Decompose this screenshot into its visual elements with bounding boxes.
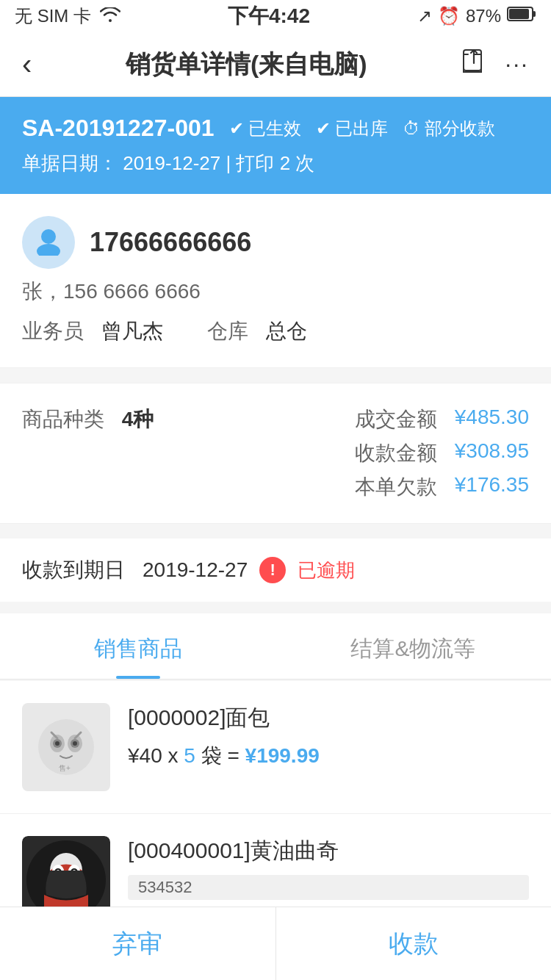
overdue-icon: !	[259, 557, 286, 583]
check-icon-2: ✔	[316, 118, 331, 139]
status-bar-time: 下午4:42	[228, 2, 310, 30]
status-badge-partial: ⏱ 部分收款	[403, 117, 495, 140]
salesperson-field: 业务员 曾凡杰	[22, 317, 163, 345]
bottom-bar: 弃审 收款	[0, 907, 551, 980]
clock-icon: ⏱	[403, 118, 420, 139]
overdue-text: 已逾期	[298, 558, 355, 583]
order-date-line: 单据日期： 2019-12-27 | 打印 2 次	[22, 151, 529, 176]
location-icon: ↗	[417, 6, 432, 26]
product-thumb-placeholder-1: 售+	[22, 703, 110, 791]
back-button[interactable]: ‹	[22, 48, 32, 81]
tab-sales-products[interactable]: 销售商品	[0, 613, 276, 679]
check-icon-1: ✔	[229, 118, 244, 139]
status-bar-right: ↗ ⏰ 87%	[417, 6, 536, 26]
avatar-icon	[32, 223, 65, 262]
price-value-1: ¥40	[128, 744, 162, 767]
tab-settlement-label: 结算&物流等	[350, 636, 475, 660]
more-icon[interactable]: ···	[505, 51, 529, 78]
svg-point-5	[37, 244, 60, 256]
payment-amount: ¥308.95	[455, 439, 529, 467]
status-badge-active: ✔ 已生效	[229, 117, 301, 140]
salesperson-value: 曾凡杰	[101, 320, 163, 342]
wifi-icon	[100, 6, 120, 26]
nav-left: ‹	[22, 48, 32, 81]
due-date-value: 2019-12-27	[143, 558, 248, 582]
product-name-2: [000400001]黄油曲奇	[128, 836, 529, 866]
order-banner: SA-20191227-001 ✔ 已生效 ✔ 已出库 ⏱ 部分收款 单据日期：…	[0, 97, 551, 194]
product-types-field: 商品种类 4种	[22, 406, 154, 433]
tabs-row: 销售商品 结算&物流等	[0, 613, 551, 679]
svg-point-11	[55, 741, 60, 746]
share-icon[interactable]	[461, 48, 487, 80]
salesperson-label: 业务员	[22, 320, 84, 342]
avatar	[22, 216, 75, 269]
customer-id: 17666666666	[90, 227, 251, 258]
battery-icon	[507, 6, 536, 26]
due-date-label: 收款到期日	[22, 556, 125, 584]
svg-text:售+: 售+	[59, 764, 71, 772]
payment-amount-row: 收款金额 ¥308.95	[355, 439, 529, 467]
warehouse-field: 仓库 总仓	[207, 317, 307, 345]
product-info-1: [0000002]面包 ¥40 x 5 袋 = ¥199.99	[128, 703, 529, 770]
product-name-1: [0000002]面包	[128, 703, 529, 733]
svg-point-4	[41, 229, 56, 244]
arrears-label: 本单欠款	[355, 473, 437, 501]
list-item: 售+ [0000002]面包 ¥40 x 5 袋 = ¥199.99	[0, 681, 551, 814]
tabs-section: 销售商品 结算&物流等	[0, 613, 551, 680]
amounts-column: 成交金额 ¥485.30 收款金额 ¥308.95 本单欠款 ¥176.35	[355, 406, 529, 501]
unit-value-1: 袋	[201, 744, 222, 767]
product-sku-2: 534532	[128, 875, 529, 900]
battery-text: 87%	[466, 6, 501, 26]
payment-label: 收款金额	[355, 439, 437, 467]
customer-meta: 业务员 曾凡杰 仓库 总仓	[22, 317, 529, 345]
svg-rect-2	[509, 9, 529, 19]
product-types-label: 商品种类	[22, 408, 104, 430]
total-value-1: ¥199.99	[245, 744, 320, 767]
svg-rect-1	[533, 11, 536, 17]
customer-section: 17666666666 张，156 6666 6666 业务员 曾凡杰 仓库 总…	[0, 194, 551, 368]
alarm-icon: ⏰	[438, 6, 460, 26]
tab-settlement[interactable]: 结算&物流等	[276, 613, 551, 679]
customer-top: 17666666666	[22, 216, 529, 269]
transaction-amount: ¥485.30	[455, 406, 529, 433]
order-banner-top: SA-20191227-001 ✔ 已生效 ✔ 已出库 ⏱ 部分收款	[22, 115, 529, 142]
product-thumb-1: 售+	[22, 703, 110, 791]
due-date-section: 收款到期日 2019-12-27 ! 已逾期	[0, 538, 551, 602]
warehouse-label: 仓库	[207, 320, 248, 342]
arrears-amount-row: 本单欠款 ¥176.35	[355, 473, 529, 501]
summary-section: 商品种类 4种 成交金额 ¥485.30 收款金额 ¥308.95 本单欠款 ¥…	[0, 383, 551, 524]
product-price-1: ¥40 x 5 袋 = ¥199.99	[128, 742, 529, 770]
transaction-amount-row: 成交金额 ¥485.30	[355, 406, 529, 433]
nav-bar: ‹ 销货单详情(来自电脑) ···	[0, 32, 551, 97]
status-bar: 无 SIM 卡 下午4:42 ↗ ⏰ 87%	[0, 0, 551, 32]
status-badge-shipped: ✔ 已出库	[316, 117, 388, 140]
svg-point-12	[73, 741, 77, 746]
svg-rect-3	[464, 50, 481, 71]
carrier-text: 无 SIM 卡	[15, 4, 91, 28]
order-number: SA-20191227-001	[22, 115, 215, 142]
warehouse-value: 总仓	[266, 320, 307, 342]
arrears-amount: ¥176.35	[455, 473, 529, 501]
confirm-button[interactable]: 收款	[276, 907, 552, 980]
status-bar-left: 无 SIM 卡	[15, 4, 120, 28]
transaction-label: 成交金额	[355, 406, 437, 433]
customer-contact: 张，156 6666 6666	[22, 278, 529, 306]
cancel-button[interactable]: 弃审	[0, 907, 276, 980]
product-types-count: 4种	[122, 408, 154, 430]
page-title: 销货单详情(来自电脑)	[126, 48, 367, 82]
tab-sales-label: 销售商品	[94, 636, 182, 660]
qty-value-1: 5	[184, 744, 195, 767]
nav-right: ···	[461, 48, 529, 80]
summary-row: 商品种类 4种 成交金额 ¥485.30 收款金额 ¥308.95 本单欠款 ¥…	[22, 406, 529, 501]
